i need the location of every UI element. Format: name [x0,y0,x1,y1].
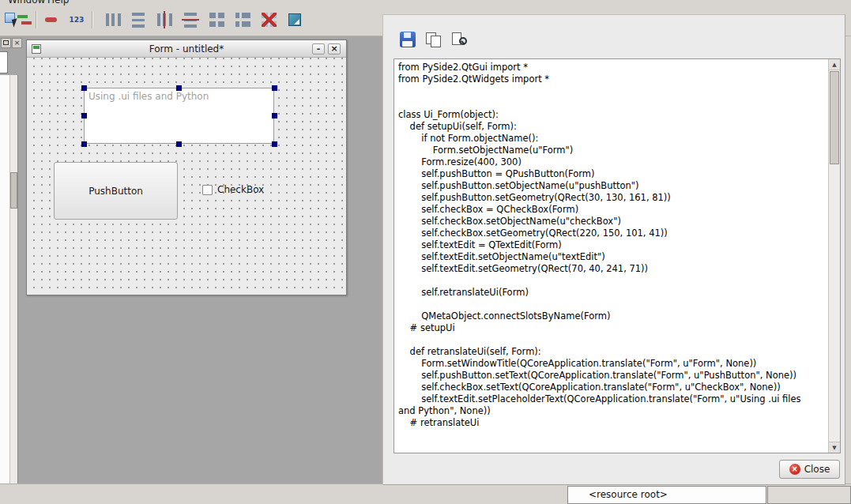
pushbutton-widget[interactable]: PushButton [54,162,178,220]
code-line: self.textEdit = QTextEdit(Form) [398,239,825,251]
checkbox-label: CheckBox [217,184,264,195]
code-line: self.textEdit.setGeometry(QRect(70, 40, … [398,263,825,275]
code-line [398,275,825,287]
form-designer-window: Form - untitled* - × Using .ui files and… [26,39,347,295]
bottom-right-panel-fragment [767,486,851,504]
find-icon [450,31,468,48]
code-line: Form.resize(400, 300) [398,156,825,168]
float-icon [3,40,9,45]
menu-window[interactable]: Window [8,0,45,6]
menu-help[interactable]: Help [47,0,69,6]
copy-button[interactable] [423,29,443,50]
close-red-icon: × [789,464,800,475]
textedit-widget[interactable]: Using .ui files and Python [84,88,274,144]
code-line: and Python", None)) [398,405,825,417]
edit-tab-order-button[interactable]: 123 [66,9,87,30]
code-line: self.pushButton.setObjectName(u"pushButt… [398,180,825,192]
code-line [398,299,825,310]
code-line: self.pushButton = QPushButton(Form) [398,168,825,180]
layout-form-button[interactable] [232,9,253,30]
code-line: Form.setObjectName(u"Form") [398,145,825,156]
scrollbar-thumb[interactable] [830,71,839,164]
code-line: # retranslateUi [398,417,825,429]
code-line: self.checkBox.setObjectName(u"checkBox") [398,216,825,228]
close-icon: × [14,39,21,47]
vertical-scrollbar[interactable]: ▲ ▼ [828,59,840,453]
layout-horizontally-splitter-button[interactable] [154,9,175,30]
code-line: from PySide2.QtGui import * [398,62,825,73]
code-line: # setupUi [398,322,825,334]
scroll-up-button[interactable]: ▲ [829,59,840,70]
code-line: self.checkBox.setText(QCoreApplication.t… [398,382,825,393]
magnifier-handle [461,40,465,45]
toolbar-separator [36,11,37,28]
close-button-label: Close [804,464,830,475]
resource-browser-panel: <resource root> [567,486,766,504]
checkbox-box[interactable] [202,185,213,195]
edit-tab-order-icon: 123 [70,16,85,24]
layout-grid-icon [209,13,224,27]
break-layout-icon [262,13,277,27]
save-button[interactable] [397,29,418,50]
code-line: self.textEdit.setObjectName(u"textEdit") [398,251,825,263]
menubar: Window Help [0,0,379,6]
dock-close-button[interactable]: × [12,38,22,48]
break-layout-button[interactable] [258,9,279,30]
code-line [398,85,825,97]
layout-grid-button[interactable] [206,9,227,30]
selection-handle[interactable] [176,85,182,91]
widgetbox-filter-fragment[interactable] [0,51,8,73]
code-line: QMetaObject.connectSlotsByName(Form) [398,310,825,322]
screen: Window Help 123 × Form - untitled* - × [0,0,851,504]
form-window-titlebar[interactable]: Form - untitled* - × [27,40,346,58]
code-line [398,97,825,109]
find-button[interactable] [449,29,469,50]
resource-root-item[interactable]: <resource root> [589,489,668,500]
save-icon [400,32,416,47]
layout-form-icon [235,13,250,27]
selection-handle[interactable] [81,85,87,91]
scroll-down-button[interactable]: ▼ [829,442,840,453]
selection-handle[interactable] [272,141,277,147]
textedit-placeholder: Using .ui files and Python [85,88,273,104]
code-line: Form.setWindowTitle(QCoreApplication.tra… [398,358,825,370]
code-line: def retranslateUi(self, Form): [398,346,825,358]
adjust-size-icon [288,13,301,26]
code-line: self.checkBox = QCheckBox(Form) [398,204,825,216]
selection-handle[interactable] [272,113,277,118]
magnifier-icon [459,37,467,45]
toolbar-separator [92,11,93,28]
selection-handle[interactable] [176,141,182,147]
form-canvas[interactable]: Using .ui files and Python PushButton Ch… [27,58,346,295]
layout-vertically-splitter-button[interactable] [180,9,201,30]
layout-vertically-icon [132,13,145,28]
code-line: from PySide2.QtWidgets import * [398,73,825,85]
adjust-size-button[interactable] [284,9,305,30]
layout-vertically-button[interactable] [128,9,149,30]
code-view[interactable]: from PySide2.QtGui import *from PySide2.… [393,58,841,453]
layout-horizontally-button[interactable] [103,9,123,30]
layout-vertically-splitter-icon [184,13,197,28]
layout-horizontally-icon [106,13,121,26]
form-window-title: Form - untitled* [27,40,346,58]
code-line: self.pushButton.setText(QCoreApplication… [398,370,825,382]
dock-float-button[interactable] [1,38,11,48]
code-text[interactable]: from PySide2.QtGui import *from PySide2.… [394,59,828,453]
code-line: self.pushButton.setGeometry(QRect(30, 13… [398,192,825,204]
close-button[interactable]: × [328,43,341,55]
code-preview-dialog: from PySide2.QtGui import *from PySide2.… [382,14,845,485]
selection-handle[interactable] [81,141,87,147]
dialog-close-button[interactable]: × Close [779,460,840,479]
code-line: if not Form.objectName(): [398,133,825,145]
selection-handle[interactable] [81,113,87,118]
edit-signals-slots-button[interactable] [14,9,35,30]
code-line [398,334,825,346]
layout-horizontally-splitter-icon [157,13,172,26]
minimize-button[interactable]: - [312,43,325,55]
selection-handle[interactable] [272,85,277,91]
code-line: class Ui_Form(object): [398,109,825,121]
widgetbox-scrollbar-track[interactable] [9,75,17,483]
copy-icon [425,32,441,47]
widgetbox-scrollbar-thumb[interactable] [10,172,17,209]
edit-buddies-button[interactable] [41,9,62,30]
